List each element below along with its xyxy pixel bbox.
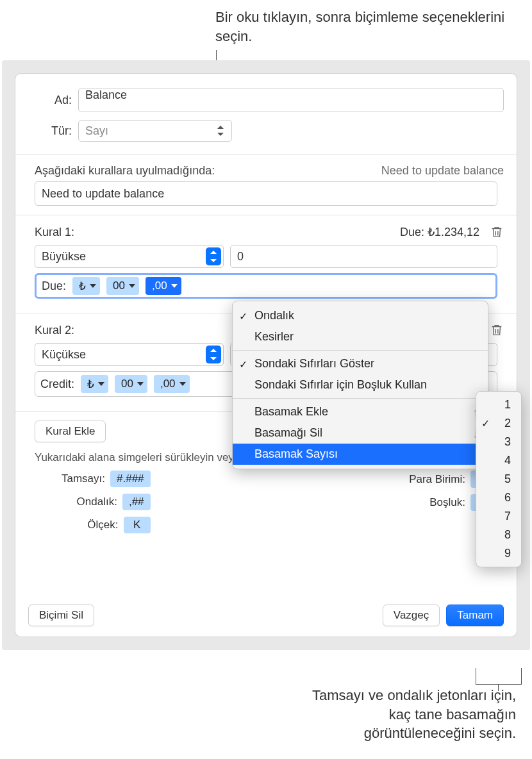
token-legend: Tamsayı: #.### Ondalık: ,## Ölçek: K Par… [15,471,517,533]
menu-separator [233,398,488,399]
submenu-item[interactable]: 9 [476,544,521,563]
submenu-item[interactable]: 6 [476,488,521,507]
type-select[interactable]: Sayı [78,120,232,142]
menu-item-label: Sondaki Sıfırları Göster [254,357,374,371]
rule1-number-input[interactable]: 0 [230,245,497,268]
submenu-item-label: 9 [504,547,511,560]
divider [15,215,517,215]
cancel-button[interactable]: Vazgeç [383,605,440,626]
rule1-format-label: Due: [40,279,66,293]
menu-item-label: Basamak Ekle [254,405,328,419]
digit-count-submenu[interactable]: 1✓23456789 [476,391,522,567]
menu-item[interactable]: Sondaki Sıfırlar için Boşluk Kullan [233,374,488,396]
format-panel: Ad: Balance Tür: Sayı Aşağıdaki kurallar… [15,73,517,637]
menu-item-label: Sondaki Sıfırlar için Boşluk Kullan [254,378,427,392]
menu-item[interactable]: ✓Sondaki Sıfırları Göster [233,353,488,374]
divider [15,154,517,155]
menu-item[interactable]: Basamak Ekle↑ [233,401,488,422]
decimal-chip[interactable]: ,00 [145,277,181,295]
check-icon: ✓ [481,417,490,430]
delete-format-button[interactable]: Biçimi Sil [28,605,94,626]
submenu-item[interactable]: 5 [476,470,521,488]
chevron-down-icon [98,382,104,386]
rule2-condition-value: Küçükse [42,348,86,362]
chevron-down-icon [137,382,144,386]
legend-label: Para Birimi: [388,473,465,486]
name-label: Ad: [28,94,78,107]
integer-token[interactable]: #.### [110,471,151,487]
rule2-format-label: Credit: [39,378,74,391]
chevron-down-icon [129,284,135,288]
submenu-item[interactable]: ✓2 [476,414,521,433]
rules-header-label: Aşağıdaki kurallara uyulmadığında: [35,164,215,178]
menu-item[interactable]: ✓Ondalık [233,305,488,326]
rules-header-preview: Need to update balance [381,164,504,178]
menu-item[interactable]: Kesirler [233,326,488,347]
menu-item-label: Ondalık [254,309,294,322]
updown-icon [206,346,221,363]
format-options-menu[interactable]: ✓OndalıkKesirler✓Sondaki Sıfırları Göste… [232,301,488,469]
submenu-item[interactable]: 7 [476,507,521,526]
submenu-item[interactable]: 4 [476,451,521,470]
type-select-value: Sayı [85,124,108,138]
menu-item-label: Basamak Sayısı [254,447,338,461]
rule1-preview: Due: ₺1.234,12 [400,225,479,239]
submenu-item-label: 6 [504,491,511,505]
trash-icon[interactable] [490,322,504,338]
scale-token[interactable]: K [124,517,151,533]
callout-top: Bir oku tıklayın, sonra biçimleme seçene… [215,8,532,46]
rule2-condition-select[interactable]: Küçükse [35,343,224,366]
rule1-condition-select[interactable]: Büyükse [35,245,224,268]
submenu-item[interactable]: 3 [476,433,521,451]
rule2-label: Kural 2: [35,324,74,337]
submenu-item-label: 5 [504,472,511,486]
decimal-token[interactable]: ,## [122,494,151,510]
submenu-item-label: 7 [504,510,511,523]
integer-chip[interactable]: 00 [115,375,147,393]
chevron-down-icon [179,382,186,386]
ok-button[interactable]: Tamam [446,605,504,626]
callout-bracket [476,668,522,685]
chevron-down-icon [90,284,96,288]
menu-item-label: Kesirler [254,330,294,344]
currency-chip[interactable]: ₺ [81,375,108,393]
name-input[interactable]: Balance [78,88,504,112]
check-icon: ✓ [239,358,247,371]
legend-label: Ölçek: [48,519,119,531]
legend-label: Ondalık: [47,496,117,508]
currency-chip[interactable]: ₺ [72,277,100,295]
submenu-item[interactable]: 1 [476,396,521,414]
callout-bottom: Tamsayı ve ondalık jetonları için, kaç t… [304,686,516,743]
rules-default-input[interactable]: Need to update balance [35,181,497,206]
rule1-condition-value: Büyükse [42,250,86,263]
rule1-label: Kural 1: [35,226,74,239]
updown-icon [217,126,225,136]
type-label: Tür: [28,124,78,138]
submenu-item-label: 2 [504,417,511,430]
panel-backdrop: Ad: Balance Tür: Sayı Aşağıdaki kurallar… [2,60,530,650]
chevron-down-icon [171,284,178,288]
submenu-item-label: 3 [504,435,511,449]
legend-label: Tamsayı: [35,472,105,485]
submenu-item[interactable]: 8 [476,526,521,544]
rule1-format-field[interactable]: Due: ₺ 00 ,00 [35,273,497,299]
submenu-item-label: 1 [504,398,511,412]
trash-icon[interactable] [490,224,504,240]
menu-item[interactable]: Basamağı Sil↓ [233,422,488,444]
submenu-item-label: 8 [504,528,511,542]
menu-item-label: Basamağı Sil [254,426,322,440]
submenu-item-label: 4 [504,454,511,467]
check-icon: ✓ [239,310,247,322]
add-rule-button[interactable]: Kural Ekle [35,421,106,442]
menu-separator [233,350,488,351]
menu-item[interactable]: Basamak Sayısı› [233,444,488,465]
legend-label: Boşluk: [388,496,465,509]
decimal-chip[interactable]: ,00 [154,375,190,393]
updown-icon [206,247,221,265]
integer-chip[interactable]: 00 [106,277,139,295]
